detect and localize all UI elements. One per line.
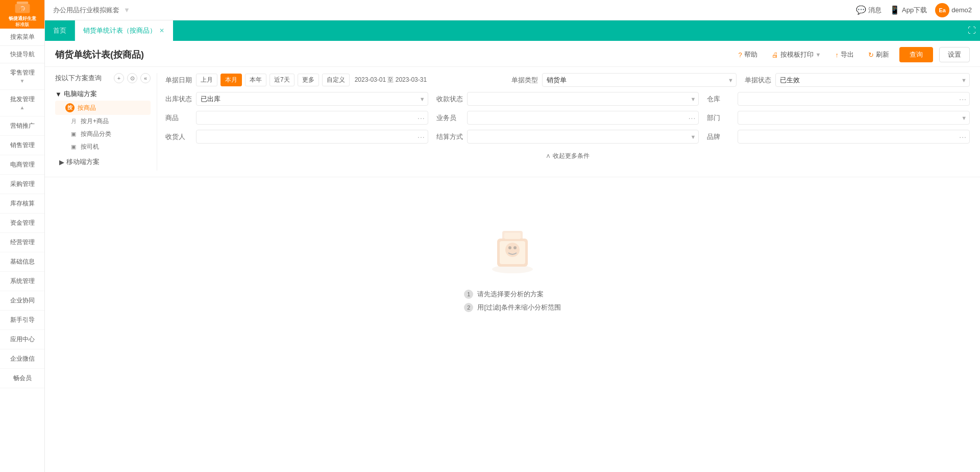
add-scheme-btn[interactable]: + xyxy=(114,73,124,83)
tree-group-mobile-header[interactable]: ▶ 移动端方案 xyxy=(55,155,151,169)
settings-btn[interactable]: 设置 xyxy=(939,47,970,62)
payment-status-wrap: ▼ xyxy=(467,92,699,106)
product-input[interactable] xyxy=(196,111,428,125)
tree-item-by-cashier[interactable]: ▣ 按司机 xyxy=(55,140,151,153)
sidebar-item-finance[interactable]: 资金管理 xyxy=(0,214,44,233)
date-btn-custom[interactable]: 自定义 xyxy=(322,74,350,86)
sidebar-item-ecom[interactable]: 电商管理 xyxy=(0,155,44,175)
tree-item-by-category[interactable]: ▣ 按商品分类 xyxy=(55,128,151,140)
page-content: 销货单统计表(按商品) ? 帮助 🖨 按模板打印 ▼ ↑ 导出 xyxy=(45,41,980,472)
tab-close-icon[interactable]: ✕ xyxy=(159,27,164,34)
stock-out-input[interactable] xyxy=(196,92,428,106)
sidebar-item-wechat[interactable]: 企业微信 xyxy=(0,349,44,369)
refresh-icon: ↻ xyxy=(868,51,874,59)
svg-point-8 xyxy=(508,246,511,249)
date-btn-last-month[interactable]: 上月 xyxy=(196,74,217,86)
print-btn[interactable]: 🖨 按模板打印 ▼ xyxy=(768,48,825,61)
message-btn[interactable]: 💬 消息 xyxy=(856,5,881,15)
settings-scheme-btn[interactable]: ⊙ xyxy=(127,73,137,83)
receiver-wrap: ··· xyxy=(196,130,428,144)
dept-input[interactable] xyxy=(738,111,970,125)
sidebar-item-inventory[interactable]: 库存核算 xyxy=(0,194,44,214)
help-btn[interactable]: ? 帮助 xyxy=(734,48,761,61)
filter-row-2: 出库状态 ▼ 收款状态 ▼ xyxy=(165,92,970,106)
content-area: 销货单统计表(按商品) ? 帮助 🖨 按模板打印 ▼ ↑ 导出 xyxy=(45,41,980,472)
tree-item-by-product[interactable]: 按 按商品 xyxy=(55,101,151,115)
header-right: 💬 消息 📱 App下载 Ea demo2 xyxy=(856,3,972,17)
sidebar-item-operation[interactable]: 经营管理 xyxy=(0,233,44,252)
dept-label: 部门 xyxy=(707,113,733,123)
status-label: 单据状态 xyxy=(745,76,771,85)
tab-sales-stat[interactable]: 销货单统计表（按商品） ✕ xyxy=(75,20,173,41)
tab-bar: 首页 销货单统计表（按商品） ✕ ⛶ xyxy=(45,20,980,41)
sidebar-item-retail[interactable]: 零售管理 ▼ xyxy=(0,63,44,90)
sidebar-item-purchase[interactable]: 采购管理 xyxy=(0,175,44,194)
tab-fullscreen-icon[interactable]: ⛶ xyxy=(968,26,976,35)
filter-sidebar-title: 按以下方案查询 xyxy=(55,74,102,83)
sidebar-item-app-center[interactable]: 应用中心 xyxy=(0,330,44,349)
date-btn-7days[interactable]: 近7天 xyxy=(270,74,295,86)
empty-state: 1 请先选择要分析的方案 2 用[过滤]条件来缩小分析范围 xyxy=(45,177,980,357)
date-btn-more[interactable]: 更多 xyxy=(298,74,319,86)
filter-tree: ▼ 电脑端方案 按 按商品 月 按月+商品 xyxy=(55,87,151,169)
sidebar-search[interactable]: 搜索菜单 xyxy=(0,29,44,46)
app-download-btn[interactable]: 📱 App下载 xyxy=(890,5,927,15)
tab-home[interactable]: 首页 xyxy=(45,20,75,41)
payment-status-label: 收款状态 xyxy=(436,95,463,104)
payment-status-field: 收款状态 ▼ xyxy=(436,92,699,106)
sidebar-item-base-info[interactable]: 基础信息 xyxy=(0,252,44,272)
dept-field: 部门 ▼ xyxy=(707,111,970,125)
month-product-label: 按月+商品 xyxy=(81,117,109,126)
by-product-icon: 按 xyxy=(65,103,75,112)
brand-input[interactable] xyxy=(738,130,970,144)
type-input[interactable] xyxy=(542,73,737,87)
tree-item-month-product[interactable]: 月 按月+商品 xyxy=(55,115,151,128)
sidebar-item-marketing[interactable]: 营销推广 xyxy=(0,116,44,136)
filter-row-4: 收货人 ··· 结算方式 ▼ xyxy=(165,130,970,144)
sidebar-item-member[interactable]: 畅会员 xyxy=(0,369,44,388)
status-select-wrap: ▼ xyxy=(775,73,970,87)
brand-field: 品牌 ··· xyxy=(707,130,970,144)
user-profile[interactable]: Ea demo2 xyxy=(935,3,972,17)
sidebar-item-wholesale[interactable]: 批发管理 ▲ xyxy=(0,90,44,116)
collapse-scheme-btn[interactable]: « xyxy=(140,73,151,83)
sidebar-item-sys-mgmt[interactable]: 系统管理 xyxy=(0,272,44,291)
message-icon: 💬 xyxy=(856,5,866,15)
brand-wrap: ··· xyxy=(738,130,970,144)
print-chevron: ▼ xyxy=(816,52,821,58)
sidebar-item-sales[interactable]: 销售管理 xyxy=(0,136,44,155)
svg-rect-1 xyxy=(16,2,28,4)
refresh-btn[interactable]: ↻ 刷新 xyxy=(864,48,893,61)
export-label: 导出 xyxy=(841,50,854,59)
logo-text: 畅捷通好生意 xyxy=(9,16,36,21)
filter-sidebar: 按以下方案查询 + ⊙ « ▼ 电脑端方案 xyxy=(55,73,157,171)
collapse-btn[interactable]: ∧ 收起更多条件 xyxy=(546,152,589,160)
status-input[interactable] xyxy=(775,73,970,87)
export-btn[interactable]: ↑ 导出 xyxy=(831,48,859,61)
query-btn[interactable]: 查询 xyxy=(899,47,933,62)
type-select-wrap: ▼ xyxy=(542,73,737,87)
sidebar-item-guide[interactable]: 新手引导 xyxy=(0,311,44,330)
empty-step-1: 1 请先选择要分析的方案 xyxy=(464,290,560,299)
date-btn-this-month[interactable]: 本月 xyxy=(220,74,242,86)
svg-rect-11 xyxy=(504,233,521,239)
by-category-icon: ▣ xyxy=(69,130,78,138)
warehouse-input[interactable] xyxy=(738,92,970,106)
page-header: 销货单统计表(按商品) ? 帮助 🖨 按模板打印 ▼ ↑ 导出 xyxy=(45,41,980,67)
warehouse-wrap: ··· xyxy=(738,92,970,106)
main-area: 办公用品行业模拟账套 ▼ 💬 消息 📱 App下载 Ea demo2 首页 销货… xyxy=(45,0,980,472)
sidebar-item-enterprise[interactable]: 企业协同 xyxy=(0,291,44,311)
payment-status-input[interactable] xyxy=(467,92,699,106)
date-btn-this-year[interactable]: 本年 xyxy=(245,74,266,86)
empty-steps-list: 1 请先选择要分析的方案 2 用[过滤]条件来缩小分析范围 xyxy=(464,290,560,316)
filter-row-3: 商品 ··· 业务员 ··· xyxy=(165,111,970,125)
brand-label: 品牌 xyxy=(707,132,733,141)
sidebar-quick-nav[interactable]: 快捷导航 xyxy=(0,46,44,63)
payment-method-input[interactable] xyxy=(467,130,699,144)
staff-label: 业务员 xyxy=(436,113,463,123)
staff-input[interactable] xyxy=(467,111,699,125)
help-icon: ? xyxy=(738,51,742,59)
print-icon: 🖨 xyxy=(772,51,778,59)
receiver-input[interactable] xyxy=(196,130,428,144)
tree-group-desktop-header[interactable]: ▼ 电脑端方案 xyxy=(55,87,151,101)
